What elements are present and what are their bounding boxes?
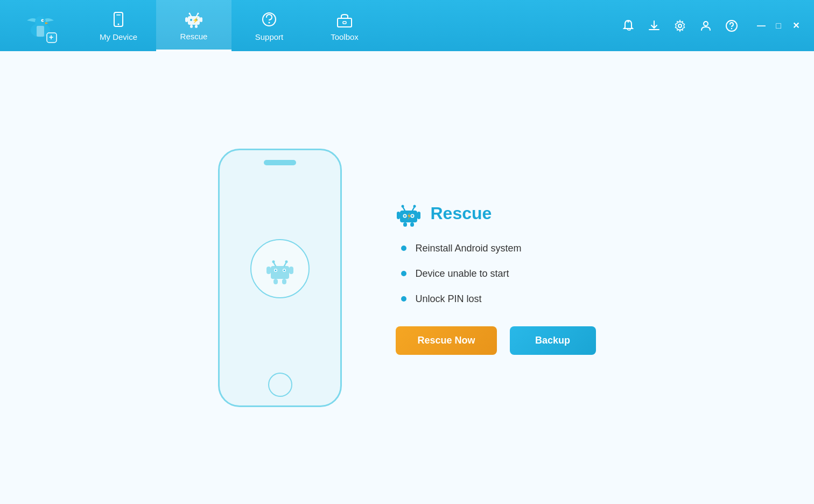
svg-point-36: [284, 270, 285, 271]
settings-button[interactable]: [672, 18, 688, 34]
svg-point-29: [704, 22, 708, 26]
svg-text:⚡: ⚡: [192, 17, 199, 24]
tab-support-label: Support: [255, 32, 284, 41]
svg-point-39: [272, 261, 275, 263]
backup-button[interactable]: Backup: [510, 326, 596, 355]
tab-rescue-label: Rescue: [180, 32, 208, 41]
phone-frame: [218, 149, 342, 407]
svg-rect-18: [185, 17, 188, 22]
help-button[interactable]: [724, 18, 740, 34]
rescue-icon: ⚡: [184, 9, 204, 29]
minimize-button[interactable]: —: [754, 18, 769, 33]
maximize-button[interactable]: □: [771, 18, 786, 33]
phone-speaker: [264, 160, 296, 165]
rescue-title: Rescue: [396, 201, 595, 227]
svg-rect-41: [266, 267, 271, 274]
svg-rect-57: [410, 222, 414, 227]
android-circle: [250, 239, 310, 298]
feature-item-3: Unlock PIN lost: [401, 293, 595, 305]
tab-toolbox[interactable]: Toolbox: [307, 0, 382, 51]
svg-rect-44: [282, 279, 286, 284]
bullet-3: [401, 296, 406, 302]
svg-point-35: [275, 270, 277, 271]
feature-text-2: Device unable to start: [415, 268, 509, 279]
svg-point-17: [198, 12, 199, 14]
close-button[interactable]: ✕: [788, 18, 803, 33]
svg-rect-32: [271, 266, 289, 279]
rescue-now-button[interactable]: Rescue Now: [396, 326, 496, 355]
content-area: Rescue Reinstall Android system Device u…: [0, 127, 814, 429]
download-button[interactable]: [646, 18, 662, 34]
svg-rect-21: [195, 25, 198, 28]
svg-rect-26: [343, 22, 346, 24]
rescue-title-text: Rescue: [430, 204, 492, 223]
svg-rect-43: [273, 279, 278, 284]
info-panel: Rescue Reinstall Android system Device u…: [396, 201, 595, 355]
svg-point-9: [118, 24, 120, 25]
svg-point-24: [269, 22, 270, 24]
bullet-1: [401, 246, 406, 251]
toolbox-icon: [335, 10, 354, 29]
svg-point-28: [678, 24, 682, 27]
feature-item-2: Device unable to start: [401, 268, 595, 279]
tab-support[interactable]: Support: [231, 0, 307, 51]
svg-point-1: [35, 16, 46, 27]
window-controls: — □ ✕: [754, 18, 803, 33]
svg-rect-19: [200, 17, 202, 22]
tab-rescue[interactable]: ⚡ Rescue: [156, 0, 231, 51]
svg-point-40: [285, 261, 288, 263]
bullet-2: [401, 271, 406, 276]
phone-illustration: [218, 149, 342, 407]
nav-tabs: My Device: [81, 0, 382, 51]
tab-toolbox-label: Toolbox: [331, 32, 359, 41]
button-row: Rescue Now Backup: [396, 326, 595, 355]
svg-rect-5: [37, 26, 44, 37]
svg-rect-56: [403, 222, 407, 227]
svg-point-53: [413, 205, 416, 207]
phone-screen: [220, 165, 340, 373]
logo-area: +: [0, 0, 81, 51]
svg-point-3: [43, 20, 44, 21]
svg-text:+: +: [49, 33, 53, 41]
phone-home-button: [268, 373, 292, 397]
feature-item-1: Reinstall Android system: [401, 243, 595, 254]
support-icon: [259, 10, 279, 29]
my-device-icon: [109, 10, 128, 29]
svg-rect-10: [116, 15, 121, 16]
feature-text-3: Unlock PIN lost: [415, 293, 481, 305]
bell-button[interactable]: [620, 18, 636, 34]
svg-point-16: [189, 12, 191, 14]
svg-rect-54: [397, 212, 400, 219]
feature-list: Reinstall Android system Device unable t…: [396, 243, 595, 305]
user-button[interactable]: [698, 18, 714, 34]
header: + My Device: [0, 0, 814, 51]
feature-text-1: Reinstall Android system: [415, 243, 521, 254]
main-content: Rescue Reinstall Android system Device u…: [0, 51, 814, 504]
header-right: — □ ✕: [620, 18, 814, 34]
svg-rect-42: [289, 267, 293, 274]
svg-point-52: [402, 205, 404, 207]
svg-point-48: [404, 215, 406, 217]
tab-my-device[interactable]: My Device: [81, 0, 156, 51]
svg-point-31: [731, 27, 732, 29]
svg-point-49: [412, 215, 414, 217]
svg-rect-20: [190, 25, 193, 28]
svg-point-27: [627, 20, 629, 23]
svg-rect-55: [417, 212, 420, 219]
tab-my-device-label: My Device: [100, 32, 137, 41]
svg-rect-25: [338, 18, 352, 27]
svg-marker-4: [45, 22, 48, 24]
